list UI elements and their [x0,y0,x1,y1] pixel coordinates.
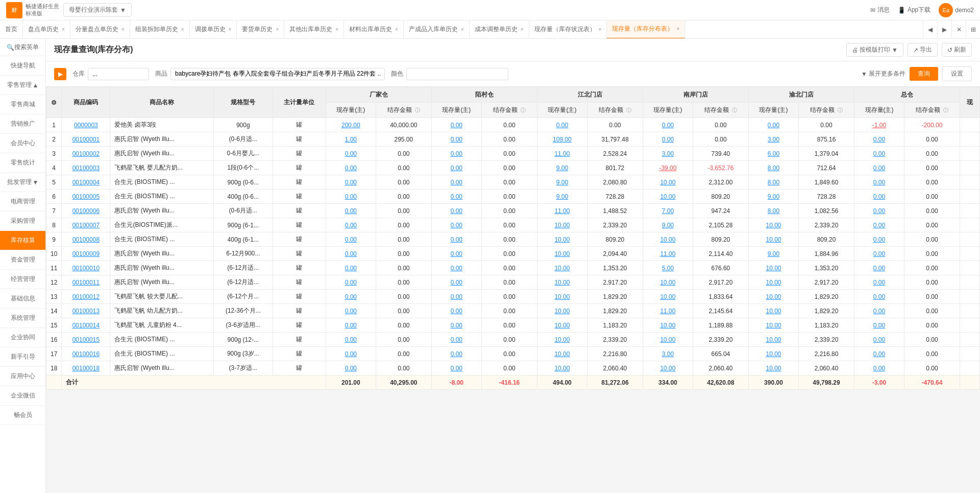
row-jiangbei-amt: 2,080.80 [587,175,643,190]
app-download-btn[interactable]: 📱 App下载 [898,6,930,14]
row-yubei-amt: 809.20 [799,232,854,247]
row-mocun-qty: 0.00 [431,247,482,261]
sidebar-search-item[interactable]: 🔍 搜索英单 [0,39,45,56]
tab-6[interactable]: 其他出库单历史 × [284,20,344,39]
filter-collapse-btn[interactable]: ▶ [54,68,66,80]
refresh-icon: ↺ [947,46,952,54]
tab-10[interactable]: 现存量（库存状况表） × [529,20,607,39]
sidebar-item-app-center[interactable]: 应用中心 [0,367,45,386]
sidebar-item-operation[interactable]: 经营管理 [0,270,45,289]
sidebar-item-inventory[interactable]: 库存核算 [0,231,45,250]
user-area[interactable]: Ea demo2 [939,3,974,17]
info-icon[interactable]: ⓘ [943,107,948,113]
row-factory-qty: 200.00 [326,118,376,132]
close-icon[interactable]: × [676,26,679,32]
table-row: 1800100018惠氏启智 (Wyeth illu...(3-7岁适...罐0… [46,361,980,375]
sidebar-item-system[interactable]: 系统管理 [0,309,45,328]
close-icon[interactable]: × [521,27,524,32]
print-btn[interactable]: 🖨 按模版打印 ▼ [846,43,903,57]
close-icon[interactable]: × [121,27,125,32]
row-code: 00100014 [62,318,110,333]
row-nanan-qty: 7.00 [643,204,693,218]
tab-home[interactable]: 首页 [0,20,23,39]
close-icon[interactable]: × [276,27,279,32]
tab-more-btn[interactable]: ⊞ [966,20,980,39]
tab-11[interactable]: 现存量（库存分布表） × [607,20,685,39]
info-icon[interactable]: ⓘ [521,107,526,113]
sidebar-item-retail-stats[interactable]: 零售统计 [0,153,45,173]
tab-7[interactable]: 材料出库单历史 × [344,20,404,39]
sidebar-item-guide[interactable]: 新手引导 [0,347,45,367]
sidebar-item-wechat[interactable]: 企业微信 [0,386,45,406]
sidebar-item-member[interactable]: 会员中心 [0,134,45,153]
row-mocun-qty: 0.00 [431,347,482,361]
sidebar-item-member2[interactable]: 畅会员 [0,406,45,425]
row-jiangbei-amt: 2,528.24 [587,147,643,161]
row-factory-qty: 0.00 [326,275,376,290]
close-icon[interactable]: × [599,27,602,32]
sidebar-item-enterprise[interactable]: 企业协同 [0,328,45,347]
close-icon[interactable]: × [62,27,65,32]
row-mocun-amt: 0.00 [482,361,537,375]
close-icon[interactable]: × [181,27,184,32]
product-input[interactable] [170,68,385,80]
sidebar-item-wholesale[interactable]: 批发管理 ▼ [0,173,45,192]
row-mocun-amt: 0.00 [482,247,537,261]
warehouse-input[interactable] [88,68,149,80]
sidebar-item-marketing[interactable]: 营销推广 [0,114,45,134]
tab-9[interactable]: 成本调整单历史 × [470,20,529,39]
close-icon[interactable]: × [229,27,232,32]
row-nanan-amt: 2,145.64 [693,304,748,318]
info-icon[interactable]: ⓘ [415,107,420,113]
tab-3[interactable]: 组装拆卸单历史 × [130,20,190,39]
tab-prev-btn[interactable]: ◀ [923,20,937,39]
close-icon[interactable]: × [395,27,398,32]
row-no: 8 [46,218,62,232]
tab-5[interactable]: 要货单历史 × [237,20,284,39]
sidebar-nav-item[interactable]: 快捷导航 [0,56,45,76]
row-name: 惠氏启智 (Wyeth illu... [110,147,214,161]
sidebar-item-retail-mgmt[interactable]: 零售管理 ▲ [0,76,45,95]
tab-4[interactable]: 调拨单历史 × [190,20,237,39]
row-mocun-amt: 0.00 [482,132,537,147]
info-icon[interactable]: ⓘ [838,107,843,113]
industry-selector[interactable]: 母婴行业演示陈套 ▼ [63,3,132,17]
info-icon[interactable]: ⓘ [626,107,631,113]
sidebar-item-basic-info[interactable]: 基础信息 [0,289,45,309]
row-total-amt: 0.00 [904,161,960,175]
row-total-qty: 0.00 [854,275,904,290]
query-button[interactable]: 查询 [910,67,938,81]
col-yubei-header: 渝北门店 [748,87,854,103]
info-icon[interactable]: ⓘ [732,107,737,113]
sidebar-item-finance[interactable]: 资金管理 [0,250,45,270]
row-unit: 罐 [273,304,326,318]
close-icon[interactable]: × [461,27,464,32]
close-icon[interactable]: × [335,27,338,32]
row-name: 惠氏启智 (Wyeth illu... [110,132,214,147]
row-total-amt: 0.00 [904,333,960,347]
row-factory-amt: 0.00 [376,290,431,304]
row-yubei-amt: 1,353.20 [799,261,854,275]
export-btn[interactable]: ↗ 导出 [908,43,938,57]
tab-close-btn[interactable]: ✕ [951,20,966,39]
expand-conditions-btn[interactable]: ▼ 展开更多条件 [861,69,905,78]
message-btn[interactable]: ✉ 消息 [870,6,890,14]
tab-next-btn[interactable]: ▶ [937,20,951,39]
row-extra [960,247,979,261]
tab-1[interactable]: 盘点单历史 × [23,20,70,39]
settings-button[interactable]: 设置 [942,66,972,81]
sidebar-item-purchase[interactable]: 采购管理 [0,212,45,231]
tab-8[interactable]: 产成品入库单历史 × [404,20,470,39]
row-total-amt: 0.00 [904,275,960,290]
row-factory-amt: 0.00 [376,218,431,232]
row-yubei-amt: 2,917.20 [799,275,854,290]
settings-col-header[interactable]: ⚙ [46,87,62,118]
refresh-btn[interactable]: ↺ 刷新 [942,43,972,57]
tab-2[interactable]: 分量盘点单历史 × [70,20,130,39]
sidebar-item-ecommerce[interactable]: 电商管理 [0,192,45,212]
sidebar-item-retail-shop[interactable]: 零售商城 [0,95,45,114]
color-input[interactable] [406,68,508,80]
row-spec: (12-36个月... [213,304,273,318]
row-spec: (6-12月适... [213,261,273,275]
row-name: 惠氏启智 (Wyeth illu... [110,204,214,218]
